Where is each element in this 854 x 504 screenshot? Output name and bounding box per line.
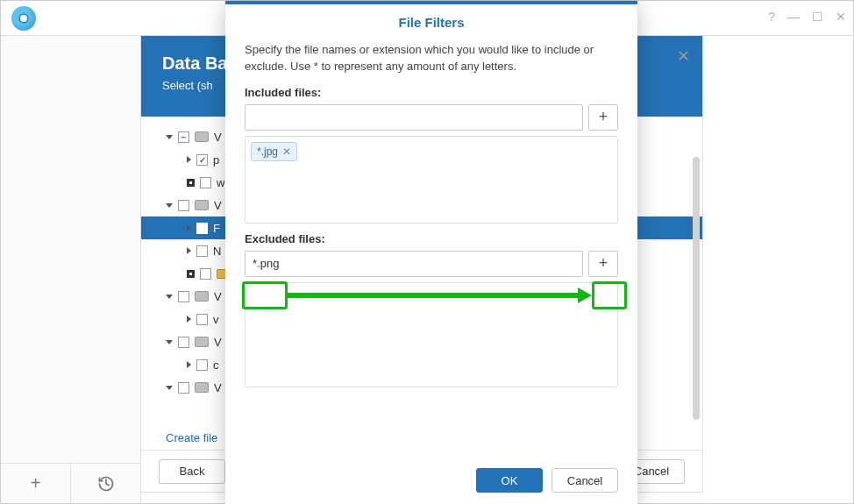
filter-chip-label: *.jpg xyxy=(257,146,278,158)
file-filters-dialog: File Filters Specify the file names or e… xyxy=(225,1,637,504)
excluded-files-label: Excluded files: xyxy=(245,232,618,245)
excluded-files-list xyxy=(245,282,618,387)
included-files-list: *.jpg✕ xyxy=(245,136,618,224)
dialog-title: File Filters xyxy=(225,4,637,37)
ok-button[interactable]: OK xyxy=(476,468,543,493)
modal-overlay: File Filters Specify the file names or e… xyxy=(1,1,853,503)
add-included-button[interactable]: + xyxy=(588,104,618,131)
excluded-files-input[interactable] xyxy=(245,251,583,277)
dialog-footer: OK Cancel xyxy=(225,459,637,504)
app-window: ? — ☐ ✕ + ✕ Data Ba Select (sh VpwVFNVv xyxy=(0,0,854,504)
included-files-label: Included files: xyxy=(245,86,618,99)
included-files-input[interactable] xyxy=(245,104,583,131)
filter-chip: *.jpg✕ xyxy=(251,142,297,161)
add-excluded-button[interactable]: + xyxy=(588,251,618,277)
dialog-description: Specify the file names or extension whic… xyxy=(245,42,618,75)
cancel-button[interactable]: Cancel xyxy=(552,468,618,493)
remove-chip-icon[interactable]: ✕ xyxy=(282,146,291,158)
